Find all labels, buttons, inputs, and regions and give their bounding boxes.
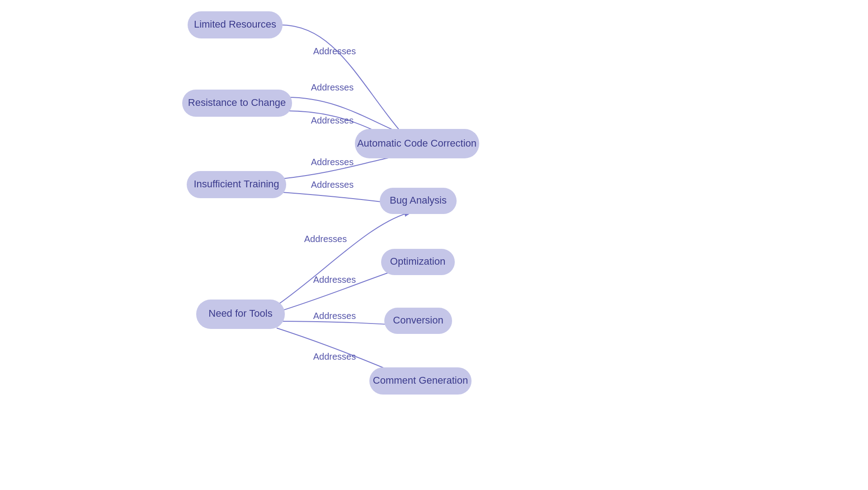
edge-label-1: Addresses <box>313 46 356 56</box>
node-need-for-tools-label: Need for Tools <box>208 308 272 319</box>
node-limited-resources-label: Limited Resources <box>194 19 276 30</box>
node-resistance-to-change-label: Resistance to Change <box>188 97 286 108</box>
node-optimization-label: Optimization <box>390 256 445 267</box>
edge-label-4: Addresses <box>311 157 354 167</box>
node-conversion-label: Conversion <box>393 314 443 326</box>
edge-label-8: Addresses <box>313 311 356 321</box>
edge-label-3: Addresses <box>311 115 354 125</box>
edge-label-6: Addresses <box>304 234 347 244</box>
edge-label-5: Addresses <box>311 180 354 190</box>
edge-label-2: Addresses <box>311 82 354 92</box>
node-bug-analysis-label: Bug Analysis <box>390 195 447 206</box>
edge-label-9: Addresses <box>313 352 356 362</box>
node-acc-label: Automatic Code Correction <box>357 138 476 149</box>
node-comment-generation-label: Comment Generation <box>373 375 468 386</box>
node-insufficient-training-label: Insufficient Training <box>193 178 279 190</box>
edge-label-7: Addresses <box>313 275 356 285</box>
